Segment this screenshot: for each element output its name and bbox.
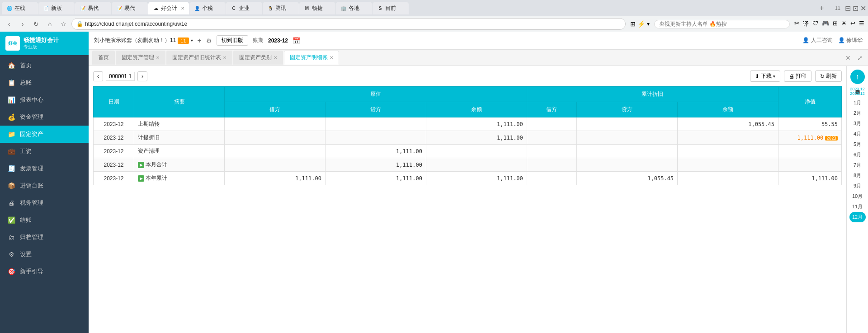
url-bar[interactable]: 🔒 https://cloud.chanjet.com/accounting/u…	[71, 18, 626, 30]
sidebar-item-进销台账[interactable]: 📦进销台账	[0, 177, 89, 194]
download-button[interactable]: ⬇ 下载 ▾	[750, 70, 780, 82]
page-tab-close-4[interactable]: ✕	[330, 55, 333, 60]
table-row[interactable]: 2023-12 ▶本年累计 1,111.00 1,111.00 1,111.00…	[94, 172, 842, 185]
browser-tab-4[interactable]: ☁好会计✕	[148, 2, 189, 14]
shield-icon[interactable]: 🛡	[812, 20, 818, 28]
browser-tab-5[interactable]: 👤个税	[189, 2, 226, 14]
switch-version-button[interactable]: 切到旧版	[217, 35, 248, 46]
window-maximize[interactable]: ⊡	[853, 4, 859, 13]
add-icon[interactable]: +	[198, 37, 202, 45]
nav-label-5: 工资	[20, 147, 32, 155]
cell-net-value-1: 1,111.002023	[778, 131, 842, 145]
table-row[interactable]: 2023-12 上期结转 1,111.00 1,055.45 55.55	[94, 117, 842, 131]
browser-tab-2[interactable]: 📝易代	[75, 2, 111, 14]
forward-button[interactable]: ›	[17, 19, 28, 29]
sidebar-item-发票管理[interactable]: 🧾发票管理	[0, 160, 89, 177]
window-minimize[interactable]: ⊟	[845, 4, 851, 13]
scroll-up-button[interactable]: ↑	[850, 70, 865, 84]
browser-tab-7[interactable]: 🐧腾讯	[263, 2, 299, 14]
month-item-7月[interactable]: 7月	[849, 160, 866, 170]
page-tab-close-1[interactable]: ✕	[156, 55, 160, 60]
reload-button[interactable]: ↻	[31, 19, 42, 29]
cell-orig-credit-4: 1,111.00	[325, 172, 426, 185]
tab-label-5: 个税	[202, 5, 213, 12]
month-item-4月[interactable]: 4月	[849, 129, 866, 139]
month-item-6月[interactable]: 6月	[849, 150, 866, 160]
menu-icon[interactable]: ☰	[859, 20, 864, 28]
company-selector[interactable]: 刘小艳演示账套（勿删勿动！）11 11 ▾	[94, 37, 193, 44]
sidebar-item-归档管理[interactable]: 🗂归档管理	[0, 229, 89, 246]
customer-service[interactable]: 👤 人工咨询	[802, 37, 832, 44]
page-tab-close-3[interactable]: ✕	[274, 55, 277, 60]
scissors-icon[interactable]: ✂	[794, 20, 799, 28]
undo-icon[interactable]: ↩	[850, 20, 855, 28]
bookmark-button[interactable]: ☆	[58, 19, 69, 29]
sidebar-item-报表中心[interactable]: 📊报表中心	[0, 91, 89, 108]
cell-orig-credit-3: 1,111.00	[325, 158, 426, 172]
month-item-10月[interactable]: 10月	[849, 191, 866, 202]
col-dep-debit: 借方	[527, 102, 576, 117]
page-tab-label-4: 固定资产明细账	[290, 54, 328, 61]
month-item-11月[interactable]: 11月	[849, 202, 866, 212]
tab-close-4[interactable]: ✕	[181, 6, 184, 11]
prev-page-button[interactable]: ‹	[93, 71, 103, 81]
table-row[interactable]: 2023-12 资产清理 1,111.00	[94, 145, 842, 158]
window-close[interactable]: ✕	[860, 4, 866, 13]
sidebar-item-固定资产[interactable]: 📁固定资产	[0, 126, 89, 143]
month-item-1月[interactable]: 1月	[849, 98, 866, 108]
search-box[interactable]: 央视更新主持人名单 🔥热搜	[654, 20, 790, 28]
selected-period-dates: 2023.12 2023.12	[850, 87, 865, 96]
close-panel-icon[interactable]: ✕	[844, 53, 853, 62]
month-item-5月[interactable]: 5月	[849, 139, 866, 150]
back-button[interactable]: ‹	[4, 19, 14, 29]
refresh-icon: ↻	[820, 73, 825, 80]
browser-tab-1[interactable]: 📄新版	[38, 2, 75, 14]
page-tab-2[interactable]: 固定资产折旧统计表 ✕	[166, 51, 232, 65]
browser-tab-0[interactable]: 🌐在线	[2, 2, 38, 14]
page-tab-1[interactable]: 固定资产管理 ✕	[116, 51, 165, 65]
month-item-9月[interactable]: 9月	[849, 181, 866, 191]
print-button[interactable]: 🖨 打印	[784, 70, 811, 82]
table-row[interactable]: 2023-12 ▶本月合计 1,111.00	[94, 158, 842, 172]
sidebar-item-工资[interactable]: 💼工资	[0, 143, 89, 160]
dropdown-icon[interactable]: ▾	[647, 21, 650, 27]
page-tab-close-2[interactable]: ✕	[223, 55, 226, 60]
browser-tab-6[interactable]: C企业	[226, 2, 262, 14]
month-item-2月[interactable]: 2月	[849, 108, 866, 118]
sidebar-item-税务管理[interactable]: 🖨税务管理	[0, 194, 89, 211]
flash-icon[interactable]: ⚡	[637, 20, 645, 28]
refresh-button[interactable]: ↻ 刷新	[815, 70, 842, 82]
gamepad-icon[interactable]: 🎮	[822, 20, 829, 28]
month-item-3月[interactable]: 3月	[849, 118, 866, 129]
tab-count-badge: 11	[832, 5, 843, 11]
expand-icon[interactable]: ⤢	[855, 53, 864, 62]
user-avatar[interactable]: 👤 徐译华	[838, 37, 863, 44]
month-item-8月[interactable]: 8月	[849, 170, 866, 181]
next-page-button[interactable]: ›	[137, 71, 147, 81]
sidebar-header: 好会 畅捷通好会计 专业版	[0, 32, 89, 55]
sidebar-item-总账[interactable]: 📋总账	[0, 74, 89, 91]
cell-dep-credit-0	[577, 117, 678, 131]
page-tab-0[interactable]: 首页	[92, 51, 115, 65]
sidebar-item-首页[interactable]: 🏠首页	[0, 57, 89, 74]
home-button[interactable]: ⌂	[44, 19, 55, 29]
sidebar-item-设置[interactable]: ⚙设置	[0, 246, 89, 263]
browser-tab-10[interactable]: S目前	[373, 2, 409, 14]
sidebar-item-新手引导[interactable]: 🎯新手引导	[0, 263, 89, 280]
page-tab-4[interactable]: 固定资产明细账 ✕	[284, 51, 339, 65]
brightness-icon[interactable]: ☀	[841, 20, 847, 28]
browser-tab-8[interactable]: M畅捷	[299, 2, 335, 14]
browser-tab-9[interactable]: 🏢各地	[336, 2, 372, 14]
calendar-icon[interactable]: 📅	[292, 37, 300, 44]
month-item-12月[interactable]: 12月	[849, 212, 866, 222]
qr-icon[interactable]: ⊞	[630, 20, 636, 28]
settings-icon[interactable]: ⚙	[206, 37, 212, 44]
table-row[interactable]: 2023-12 计提折旧 1,111.00 1,111.002023	[94, 131, 842, 145]
sidebar-item-资金管理[interactable]: 💰资金管理	[0, 108, 89, 126]
grid-icon[interactable]: ⊞	[833, 20, 838, 28]
sidebar-item-结账[interactable]: ✅结账	[0, 211, 89, 229]
new-tab-button[interactable]: +	[816, 2, 828, 14]
translate-icon[interactable]: 译	[803, 20, 809, 28]
browser-tab-3[interactable]: 📝易代	[112, 2, 148, 14]
page-tab-3[interactable]: 固定资产类别 ✕	[233, 51, 283, 65]
